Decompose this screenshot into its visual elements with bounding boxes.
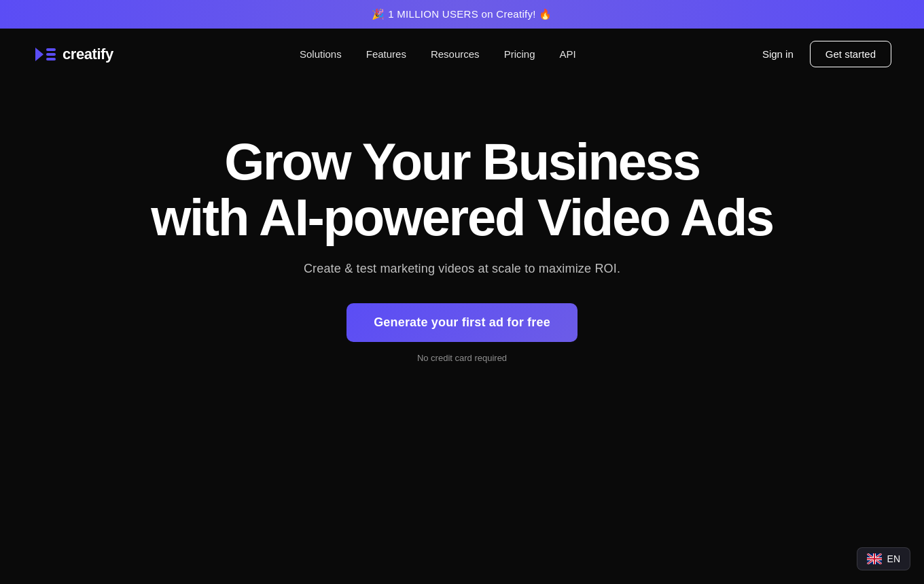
flag-icon xyxy=(867,553,882,564)
no-credit-card-text: No credit card required xyxy=(417,353,507,363)
nav-right: Sign in Get started xyxy=(762,41,891,67)
logo[interactable]: creatify xyxy=(33,45,113,64)
logo-text: creatify xyxy=(63,46,113,63)
nav-item-api[interactable]: API xyxy=(559,48,575,61)
get-started-button[interactable]: Get started xyxy=(810,41,891,67)
svg-rect-2 xyxy=(46,48,56,51)
svg-rect-13 xyxy=(867,558,882,560)
top-banner: 🎉 1 MILLION USERS on Creatify! 🔥 xyxy=(0,0,924,29)
banner-text: 🎉 1 MILLION USERS on Creatify! 🔥 xyxy=(372,8,552,20)
cta-button[interactable]: Generate your first ad for free xyxy=(346,303,578,342)
hero-title: Grow Your Business with AI-powered Video… xyxy=(151,134,773,245)
nav-item-resources[interactable]: Resources xyxy=(431,48,480,61)
sign-in-button[interactable]: Sign in xyxy=(762,48,794,60)
nav-item-solutions[interactable]: Solutions xyxy=(300,48,342,61)
nav-item-pricing[interactable]: Pricing xyxy=(504,48,535,61)
navbar: creatify Solutions Features Resources Pr… xyxy=(0,29,924,80)
hero-section: Grow Your Business with AI-powered Video… xyxy=(0,80,924,390)
language-text: EN xyxy=(887,553,900,564)
language-selector[interactable]: EN xyxy=(857,547,910,570)
hero-subtitle: Create & test marketing videos at scale … xyxy=(304,262,620,276)
hero-title-line1: Grow Your Business xyxy=(224,133,699,190)
nav-item-features[interactable]: Features xyxy=(366,48,406,61)
logo-icon xyxy=(33,45,58,64)
hero-title-line2: with AI-powered Video Ads xyxy=(151,188,773,246)
svg-rect-3 xyxy=(46,53,56,56)
svg-rect-4 xyxy=(46,58,56,61)
nav-links: Solutions Features Resources Pricing API xyxy=(300,48,576,61)
